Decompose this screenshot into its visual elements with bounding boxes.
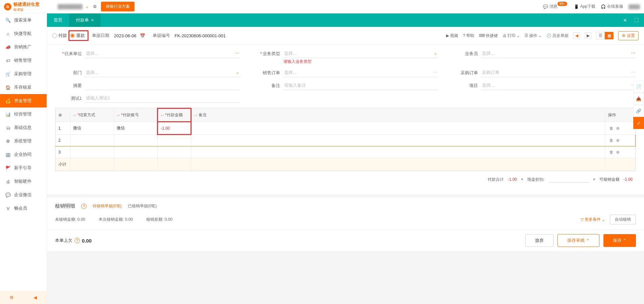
company-selector[interactable]: ████████ ⌄ [58, 4, 89, 9]
print-link[interactable]: 🖨打印⌄ [502, 33, 520, 39]
chevron-down-icon[interactable]: ⌄ [236, 70, 239, 75]
settings-button[interactable]: ⚙设置 [618, 31, 639, 40]
project-input[interactable] [481, 81, 636, 90]
sidebar-item-inventory[interactable]: 🏠库存核算 [0, 81, 47, 94]
chevron-down-icon[interactable]: ⌄ [434, 51, 437, 55]
close-icon[interactable]: ✕ [91, 18, 94, 23]
remark-input[interactable] [283, 81, 438, 90]
sidebar-item-sales[interactable]: 🏷销售管理 [0, 54, 47, 67]
add-row-icon[interactable]: ⊕ [616, 126, 620, 131]
sidebar-item-search[interactable]: 🔍搜索菜单 [0, 13, 47, 27]
table-col-amount[interactable]: ▴▾*付款金额 [158, 108, 191, 122]
saleorder-input[interactable] [283, 68, 438, 77]
table-col-method[interactable]: ▴▾*结算方式 [70, 108, 114, 122]
delete-icon[interactable]: 🗑 [609, 150, 613, 155]
tab-close-all-icon[interactable]: ✕ [621, 16, 629, 25]
operate-link[interactable]: ☰操作⌄ [525, 33, 542, 39]
app-download-link[interactable]: 📱 App下载 [574, 4, 595, 9]
discard-button[interactable]: 放弃 [525, 234, 553, 247]
biztype-input[interactable] [283, 49, 438, 58]
table-col-remark[interactable]: ▴▾备注 [191, 108, 605, 122]
cell-amount[interactable]: -1.00 [158, 122, 191, 135]
user-name[interactable]: ████ [629, 4, 640, 9]
prev-doc-button[interactable]: ◀ [573, 32, 580, 39]
dept-input[interactable] [85, 68, 240, 77]
test1-input[interactable] [85, 93, 240, 103]
auto-verify-button[interactable]: 自动核销 [610, 215, 636, 224]
more-conditions-link[interactable]: ▽更多条件⌄ [581, 217, 605, 222]
radio-refund[interactable] [70, 33, 75, 38]
dock-inbox-icon[interactable]: 📥 [633, 93, 644, 105]
staff-input[interactable] [481, 49, 636, 58]
sidebar-item-collab[interactable]: 🏢企业协同 [0, 148, 47, 161]
help-icon[interactable]: ? [74, 238, 80, 243]
cell-amount[interactable] [158, 135, 191, 146]
sidebar-item-member[interactable]: V畅会员 [0, 202, 47, 215]
cell-account[interactable] [114, 135, 158, 146]
video-link[interactable]: ▶视频 [446, 33, 458, 39]
ellipsis-icon[interactable]: ⋯ [631, 51, 635, 55]
collapse-icon[interactable]: ◀ [34, 295, 37, 300]
save-button[interactable]: 保存⌃ [603, 234, 636, 247]
online-service-link[interactable]: 🎧 在线客服 [601, 4, 623, 9]
table-col-gear[interactable]: ⚙ [56, 108, 70, 122]
cell-remark[interactable] [191, 122, 605, 135]
dock-link-icon[interactable]: 🔗 [633, 105, 644, 117]
cell-remark[interactable] [191, 146, 605, 158]
add-row-icon[interactable]: ⊕ [616, 150, 620, 155]
sidebar-item-basic[interactable]: 🗂基础信息 [0, 121, 47, 134]
sidebar-item-newbie[interactable]: 🚩新手引导 [0, 161, 47, 175]
calendar-icon[interactable]: 📅 [140, 33, 145, 38]
history-link[interactable]: 🕘历史单据 [546, 33, 569, 39]
cell-method[interactable] [70, 146, 114, 158]
sidebar-item-operation[interactable]: 📊经营管理 [0, 107, 47, 121]
summary-input[interactable] [85, 81, 240, 90]
fullscreen-icon[interactable]: ⛶ [632, 16, 641, 25]
dock-expand-icon[interactable]: ⤢ [633, 117, 644, 129]
cell-account[interactable] [114, 146, 158, 158]
view-grid-button[interactable]: ▦ [605, 32, 613, 39]
sidebar-item-purchase[interactable]: 🛒采购管理 [0, 67, 47, 81]
sidebar-item-wecom[interactable]: 💬企业微信 [0, 188, 47, 202]
trial-button[interactable]: 体验行业方案 [101, 2, 135, 11]
delete-icon[interactable]: 🗑 [609, 126, 613, 131]
shortcut-link[interactable]: ⌨快捷键 [479, 33, 498, 39]
view-list-button[interactable]: ☰ [596, 32, 605, 39]
add-row-icon[interactable]: ⊕ [616, 138, 620, 143]
cell-remark[interactable] [191, 135, 605, 146]
doc-date-value[interactable]: 2023-06-06 [114, 33, 137, 38]
verify-tab-done[interactable]: 已核销单据(0笔) [128, 203, 157, 209]
sidebar-item-hardware[interactable]: 🖨智能硬件 [0, 175, 47, 188]
save-draft-button[interactable]: 保存草稿⌃ [557, 234, 599, 247]
dock-note-icon[interactable]: 📄 [633, 81, 644, 93]
ellipsis-icon[interactable]: ⋯ [235, 51, 239, 55]
table-row[interactable]: 3 🗑⊕ [56, 146, 636, 158]
tab-home[interactable]: 首页 [47, 13, 69, 27]
verify-tab-pending[interactable]: 待核销单据(0笔) [93, 203, 122, 209]
sidebar-item-marketing[interactable]: 📣营销推广 [0, 40, 47, 54]
sidebar-item-quicknav[interactable]: ⌂快捷导航 [0, 27, 47, 40]
cell-method[interactable] [70, 135, 114, 146]
sidebar-item-finance[interactable]: 💰资金管理 [0, 94, 47, 107]
sidebar-item-system[interactable]: ⚙系统管理 [0, 134, 47, 148]
ellipsis-icon[interactable]: ⋯ [631, 70, 635, 75]
cell-method[interactable]: 微信 [70, 122, 114, 135]
help-link[interactable]: ?帮助 [463, 33, 474, 39]
gear-icon[interactable]: ⚙ [93, 4, 97, 9]
purchorder-input[interactable] [481, 68, 636, 77]
messages-link[interactable]: 💬 消息 99+ [543, 4, 569, 9]
cell-account[interactable]: 微信 [114, 122, 158, 135]
tab-payment[interactable]: 付款单 ✕ [69, 13, 101, 27]
table-row[interactable]: 1 微信 微信 -1.00 🗑⊕ [56, 122, 636, 135]
cell-amount[interactable] [158, 146, 191, 158]
help-icon[interactable]: ? [81, 204, 87, 209]
settings-icon[interactable]: ⚙ [10, 295, 14, 300]
next-doc-button[interactable]: ▶ [585, 32, 591, 39]
discount-input[interactable] [549, 176, 589, 183]
radio-pay[interactable] [52, 33, 57, 38]
delete-icon[interactable]: 🗑 [609, 138, 613, 143]
partner-input[interactable] [85, 49, 240, 58]
ellipsis-icon[interactable]: ⋯ [433, 70, 437, 75]
table-col-account[interactable]: ▴▾*付款账号 [114, 108, 158, 122]
table-row[interactable]: 2 🗑⊕ [56, 135, 636, 146]
